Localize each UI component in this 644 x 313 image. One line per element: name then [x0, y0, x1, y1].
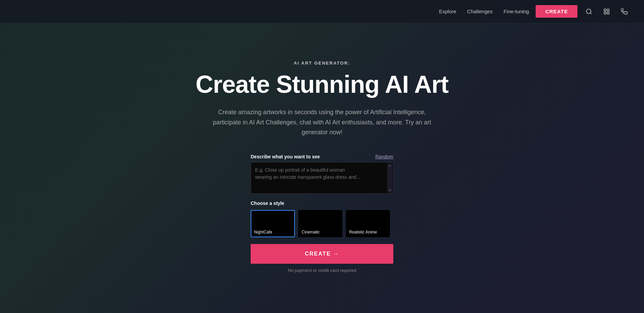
svg-rect-4	[604, 12, 606, 14]
svg-point-0	[587, 9, 591, 13]
create-button[interactable]: CREATE →	[251, 244, 393, 264]
style-options: NightCafe Cinematic Realistic Anime	[251, 210, 393, 237]
prompt-textarea[interactable]	[251, 162, 393, 192]
style-option-cinematic[interactable]: Cinematic	[298, 210, 342, 237]
navbar: Explore Challenges Fine-tuning CREATE	[0, 0, 644, 23]
search-icon	[586, 8, 592, 15]
prompt-label: Describe what you want to see	[251, 154, 320, 159]
no-payment-text: No payment or credit card required	[251, 268, 393, 273]
nav-link-fine-tuning[interactable]: Fine-tuning	[503, 8, 529, 14]
nav-links: Explore Challenges Fine-tuning	[439, 8, 529, 14]
style-option-nightcafe[interactable]: NightCafe	[251, 210, 295, 237]
svg-line-1	[590, 13, 592, 14]
style-option-nightcafe-label: NightCafe	[251, 228, 294, 237]
nav-icons	[583, 5, 630, 18]
nav-link-challenges[interactable]: Challenges	[467, 8, 493, 14]
style-option-realistic-anime-label: Realistic Anime	[346, 228, 389, 237]
svg-rect-3	[607, 9, 609, 11]
nav-create-button[interactable]: CREATE	[536, 5, 577, 18]
scroll-up-arrow[interactable]: ▲	[388, 163, 393, 168]
prompt-label-row: Describe what you want to see Random	[251, 154, 393, 159]
style-option-realistic-anime[interactable]: Realistic Anime	[346, 210, 390, 237]
grid-icon	[603, 8, 610, 15]
style-option-cinematic-label: Cinematic	[299, 228, 342, 237]
prompt-textarea-wrapper: ▲ ▼	[251, 162, 393, 194]
grid-icon-button[interactable]	[601, 5, 613, 18]
hero-subtitle: AI ART GENERATOR:	[294, 60, 351, 66]
phone-icon-button[interactable]	[618, 5, 630, 18]
search-icon-button[interactable]	[583, 5, 595, 18]
svg-rect-5	[607, 12, 609, 14]
nav-link-explore[interactable]: Explore	[439, 8, 456, 14]
random-link[interactable]: Random	[375, 154, 393, 159]
svg-rect-2	[604, 9, 606, 11]
scroll-down-arrow[interactable]: ▼	[388, 188, 393, 193]
hero-section: AI ART GENERATOR: Create Stunning AI Art…	[0, 0, 644, 313]
art-generator-form: Describe what you want to see Random ▲ ▼…	[251, 154, 393, 273]
phone-icon	[621, 8, 628, 15]
hero-title: Create Stunning AI Art	[196, 71, 449, 98]
style-label: Choose a style	[251, 201, 393, 206]
textarea-scrollbar: ▲ ▼	[388, 163, 392, 193]
hero-description: Create amazing artworks in seconds using…	[207, 107, 437, 138]
